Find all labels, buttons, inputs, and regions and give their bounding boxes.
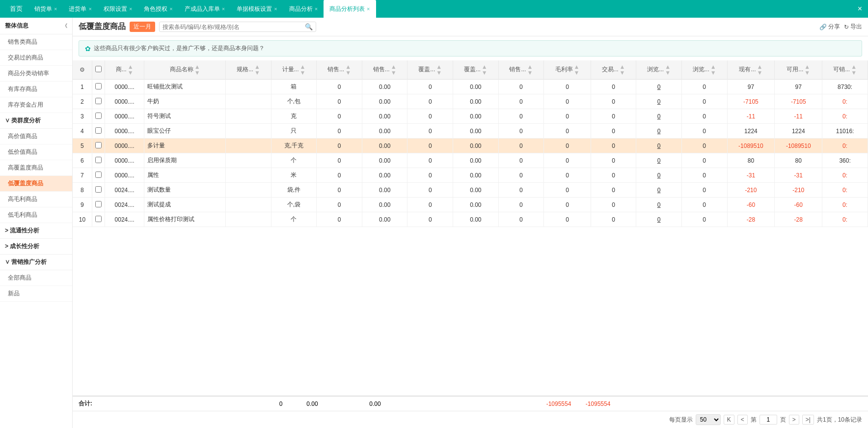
col-available-stock[interactable]: 可用...▲▼ bbox=[775, 60, 822, 80]
col-sellable[interactable]: 可销...▲▼ bbox=[822, 60, 868, 80]
col-sales-qty[interactable]: 销售...▲▼ bbox=[317, 60, 362, 80]
table-row: 70000....属性米00.0000.0000000-31-310: bbox=[73, 168, 868, 183]
nav-role[interactable]: 角色授权 × bbox=[138, 0, 178, 18]
row-checkbox[interactable] bbox=[92, 212, 105, 227]
row-browse2: 0 bbox=[681, 80, 727, 94]
sidebar-item-low-margin[interactable]: 低毛利商品 bbox=[0, 207, 72, 223]
prev-page-button[interactable]: < bbox=[737, 415, 748, 425]
sidebar-group-cluster[interactable]: ∨ 类群度分析 bbox=[0, 113, 72, 129]
row-checkbox[interactable] bbox=[92, 153, 105, 168]
row-checkbox[interactable] bbox=[92, 198, 105, 212]
nav-purchase[interactable]: 进货单 × bbox=[63, 0, 97, 18]
nav-product-inbound[interactable]: 产成品入库单 × bbox=[179, 0, 231, 18]
page-suffix: 页 bbox=[780, 416, 786, 424]
sidebar-item-sales-goods[interactable]: 销售类商品 bbox=[0, 34, 72, 50]
nav-sales[interactable]: 销货单 × bbox=[28, 0, 63, 18]
nav-template-close[interactable]: × bbox=[274, 6, 277, 12]
row-coverage1: 0 bbox=[407, 124, 453, 139]
row-checkbox[interactable] bbox=[92, 168, 105, 183]
search-input[interactable] bbox=[163, 24, 305, 30]
per-page-select[interactable]: 50 20 100 bbox=[696, 414, 721, 425]
col-browse2[interactable]: 浏览...▲▼ bbox=[681, 60, 727, 80]
page-number-input[interactable] bbox=[760, 415, 777, 425]
row-sellable: 0: bbox=[822, 183, 868, 198]
row-checkbox[interactable] bbox=[92, 94, 105, 109]
nav-permission-close[interactable]: × bbox=[129, 6, 132, 12]
col-gross-margin[interactable]: 毛利率▲▼ bbox=[544, 60, 591, 80]
search-box: 🔍 bbox=[159, 22, 316, 32]
period-button[interactable]: 近一月 bbox=[130, 22, 155, 32]
row-spec bbox=[226, 198, 271, 212]
nav-role-close[interactable]: × bbox=[169, 6, 172, 12]
row-gross-margin: 0 bbox=[544, 168, 591, 183]
sidebar-item-low-coverage[interactable]: 低覆盖度商品 bbox=[0, 176, 72, 192]
pagination-bar: 每页显示 50 20 100 K < 第 页 > >| 共1页，10条记录 bbox=[73, 411, 868, 428]
search-icon[interactable]: 🔍 bbox=[305, 23, 313, 30]
nav-analysis[interactable]: 商品分析 × bbox=[283, 0, 324, 18]
row-checkbox[interactable] bbox=[92, 183, 105, 198]
content-area: 低覆盖度商品 近一月 🔍 🔗 分享 ↻ 导出 ✿ 这些商品只有很少客户购买过，是… bbox=[73, 18, 868, 428]
nav-analysis-list[interactable]: 商品分析列表 × bbox=[324, 0, 376, 18]
col-trade[interactable]: 交易...▲▼ bbox=[591, 60, 636, 80]
nav-product-inbound-close[interactable]: × bbox=[222, 6, 225, 12]
col-checkbox[interactable] bbox=[92, 60, 105, 80]
row-sellable: 0: bbox=[822, 168, 868, 183]
col-settings[interactable]: ⚙ bbox=[73, 60, 92, 80]
col-code[interactable]: 商...▲▼ bbox=[105, 60, 144, 80]
next-page-button[interactable]: > bbox=[789, 415, 799, 425]
nav-permission[interactable]: 权限设置 × bbox=[98, 0, 138, 18]
row-checkbox[interactable] bbox=[92, 109, 105, 124]
sidebar-item-category-rate[interactable]: 商品分类动销率 bbox=[0, 66, 72, 82]
col-sales-amt[interactable]: 销售...▲▼ bbox=[362, 60, 407, 80]
share-button[interactable]: 🔗 分享 bbox=[819, 23, 840, 31]
col-coverage2[interactable]: 覆盖...▲▼ bbox=[453, 60, 499, 80]
col-spec[interactable]: 规格...▲▼ bbox=[226, 60, 271, 80]
table-row: 30000....符号测试克00.0000.0000000-11-110: bbox=[73, 109, 868, 124]
row-checkbox[interactable] bbox=[92, 124, 105, 139]
first-page-button[interactable]: K bbox=[724, 415, 734, 425]
col-coverage1[interactable]: 覆盖...▲▼ bbox=[407, 60, 453, 80]
sidebar-group-circulation[interactable]: > 流通性分析 bbox=[0, 223, 72, 239]
nav-purchase-close[interactable]: × bbox=[88, 6, 91, 12]
col-browse1[interactable]: 浏览...▲▼ bbox=[636, 60, 682, 80]
row-unit: 个 bbox=[271, 153, 317, 168]
row-gross-margin: 0 bbox=[544, 153, 591, 168]
nav-sales-close[interactable]: × bbox=[54, 6, 57, 12]
sidebar-item-high-value[interactable]: 高价值商品 bbox=[0, 129, 72, 144]
sidebar-group-growth[interactable]: > 成长性分析 bbox=[0, 239, 72, 255]
col-sales-days[interactable]: 销售...▲▼ bbox=[498, 60, 544, 80]
select-all-checkbox[interactable] bbox=[95, 66, 102, 72]
total-records-label: 共1页，10条记录 bbox=[817, 416, 862, 424]
sidebar-group-marketing[interactable]: ∨ 营销推广分析 bbox=[0, 255, 72, 270]
row-available-stock: -210 bbox=[775, 183, 822, 198]
footer-label: 合计: bbox=[79, 399, 92, 408]
sidebar-section-overall[interactable]: 整体信息 《 bbox=[0, 18, 72, 34]
row-checkbox[interactable] bbox=[92, 139, 105, 153]
sidebar-item-all-goods[interactable]: 全部商品 bbox=[0, 270, 72, 286]
nav-template[interactable]: 单据模板设置 × bbox=[231, 0, 283, 18]
row-trade: 0 bbox=[591, 94, 636, 109]
row-checkbox[interactable] bbox=[92, 80, 105, 94]
sidebar-item-stocked-goods[interactable]: 有库存商品 bbox=[0, 82, 72, 97]
sidebar-item-traded-goods[interactable]: 交易过的商品 bbox=[0, 50, 72, 66]
sidebar-item-inventory-capital[interactable]: 库存资金占用 bbox=[0, 97, 72, 113]
nav-analysis-close[interactable]: × bbox=[315, 6, 318, 12]
row-name: 眼宝公仔 bbox=[144, 124, 226, 139]
global-close-button[interactable]: × bbox=[858, 4, 862, 13]
table-wrapper[interactable]: ⚙ 商...▲▼ 商品名称▲▼ 规格...▲▼ 计量...▲▼ 销售...▲▼ … bbox=[73, 60, 868, 396]
sidebar-item-new-goods[interactable]: 新品 bbox=[0, 286, 72, 302]
row-sales-qty: 0 bbox=[317, 139, 362, 153]
col-unit[interactable]: 计量...▲▼ bbox=[271, 60, 317, 80]
sidebar-item-high-coverage[interactable]: 高覆盖度商品 bbox=[0, 160, 72, 176]
col-current-stock[interactable]: 现有...▲▼ bbox=[727, 60, 775, 80]
row-gross-margin: 0 bbox=[544, 183, 591, 198]
col-name[interactable]: 商品名称▲▼ bbox=[144, 60, 226, 80]
export-button[interactable]: ↻ 导出 bbox=[844, 23, 862, 31]
row-trade: 0 bbox=[591, 109, 636, 124]
sidebar-item-low-value[interactable]: 低价值商品 bbox=[0, 144, 72, 160]
sidebar-item-high-margin[interactable]: 高毛利商品 bbox=[0, 192, 72, 207]
nav-analysis-list-close[interactable]: × bbox=[367, 6, 370, 12]
nav-home[interactable]: 首页 bbox=[4, 0, 28, 18]
table-body: 10000....旺铺批次测试箱00.0000.000000097978730:… bbox=[73, 80, 868, 227]
last-page-button[interactable]: >| bbox=[802, 415, 814, 425]
